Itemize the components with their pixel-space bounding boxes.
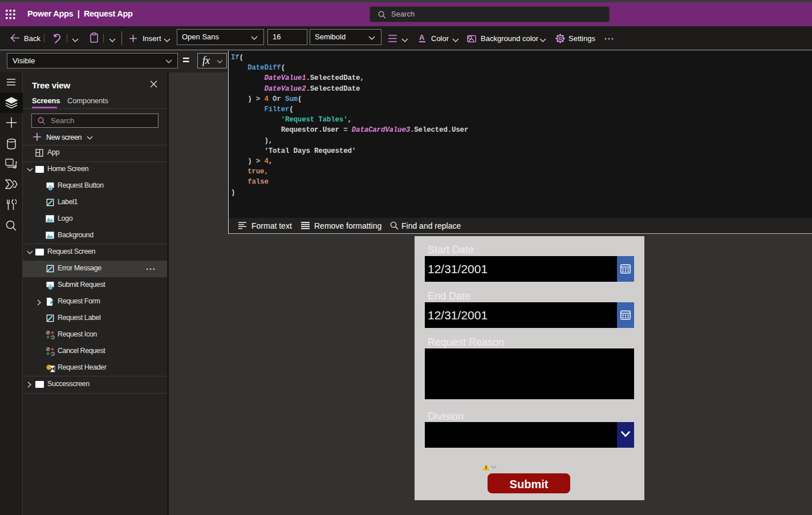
svg-text:A: A [419,34,425,42]
